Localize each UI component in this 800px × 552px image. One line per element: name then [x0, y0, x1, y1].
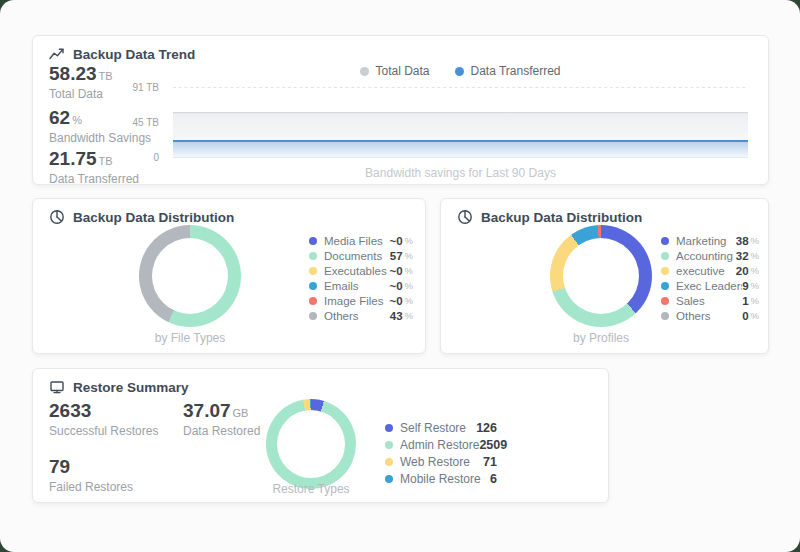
pie-chart-icon — [457, 209, 473, 225]
legend-item-others[interactable]: Others 0% — [661, 308, 759, 323]
stat-total-data: 58.23TB Total Data — [49, 64, 113, 101]
bandwidth-unit: % — [72, 114, 82, 126]
profiles-card-title: Backup Data Distribution — [481, 210, 642, 225]
donut-hole — [152, 238, 228, 314]
failed-restores-label: Failed Restores — [49, 480, 133, 494]
image-files-dot-icon — [309, 297, 317, 305]
trend-legend: Total Data Data Transferred — [173, 64, 748, 78]
total-data-value: 58.23 — [49, 63, 97, 84]
data-restored-value: 37.07 — [183, 400, 231, 421]
restore-summary-card: Restore Summary 2633 Successful Restores… — [32, 368, 609, 503]
profiles-card-header: Backup Data Distribution — [457, 209, 642, 225]
legend-item-image-files[interactable]: Image Files ~0% — [309, 293, 413, 308]
successful-restores-value: 2633 — [49, 400, 91, 421]
donut-hole — [563, 238, 639, 314]
media-files-dot-icon — [309, 237, 317, 245]
profiles-distribution-card: Backup Data Distribution by Profiles Mar… — [440, 198, 769, 354]
legend-item-marketing[interactable]: Marketing 38% — [661, 233, 759, 248]
filetypes-card-header: Backup Data Distribution — [49, 209, 234, 225]
executive-dot-icon — [661, 267, 669, 275]
transferred-unit: TB — [99, 155, 113, 167]
legend-total-data-label: Total Data — [375, 64, 429, 78]
total-data-unit: TB — [99, 70, 113, 82]
ytick-91tb: 91 TB — [133, 82, 160, 93]
emails-dot-icon — [309, 282, 317, 290]
bandwidth-value: 62 — [49, 107, 70, 128]
dashboard-page: Backup Data Trend 58.23TB Total Data 62%… — [0, 0, 800, 552]
sales-dot-icon — [661, 297, 669, 305]
trend-card-title: Backup Data Trend — [73, 47, 195, 62]
restore-card-header: Restore Summary — [49, 379, 189, 395]
failed-restores-value: 79 — [49, 456, 70, 477]
trend-chart-svg — [173, 87, 748, 158]
successful-restores-label: Successful Restores — [49, 424, 158, 438]
monitor-icon — [49, 379, 65, 395]
stat-data-restored: 37.07GB Data Restored — [183, 401, 260, 438]
others-dot-icon — [309, 312, 317, 320]
donut-hole — [277, 410, 345, 478]
legend-item-admin-restore[interactable]: Admin Restore 2509 — [385, 436, 497, 453]
executables-dot-icon — [309, 267, 317, 275]
backup-data-trend-card: Backup Data Trend 58.23TB Total Data 62%… — [32, 35, 769, 185]
bandwidth-area-chart[interactable]: Total Data Data Transferred — [173, 87, 748, 158]
file-types-caption: by File Types — [139, 331, 241, 345]
ytick-45tb: 45 TB — [133, 117, 160, 128]
data-transferred-dot-icon — [455, 67, 464, 76]
legend-item-mobile-restore[interactable]: Mobile Restore 6 — [385, 470, 497, 487]
accounting-dot-icon — [661, 252, 669, 260]
restore-types-caption: Restore Types — [256, 482, 366, 496]
stat-failed-restores: 79 Failed Restores — [49, 457, 133, 494]
exec-leadership-dot-icon — [661, 282, 669, 290]
profiles-legend: Marketing 38% Accounting 32% executive 2… — [661, 233, 759, 323]
transferred-label: Data Transferred — [49, 172, 139, 186]
restore-card-title: Restore Summary — [73, 380, 189, 395]
legend-item-accounting[interactable]: Accounting 32% — [661, 248, 759, 263]
trend-card-header: Backup Data Trend — [49, 46, 195, 62]
profiles-donut-chart[interactable] — [550, 225, 652, 327]
file-types-donut-chart[interactable] — [139, 225, 241, 327]
restore-types-donut-chart[interactable] — [266, 399, 356, 489]
file-types-legend: Media Files ~0% Documents 57% Executable… — [309, 233, 413, 323]
legend-item-others[interactable]: Others 43% — [309, 308, 413, 323]
file-types-distribution-card: Backup Data Distribution by File Types M… — [32, 198, 426, 354]
filetypes-card-title: Backup Data Distribution — [73, 210, 234, 225]
legend-item-executive[interactable]: executive 20% — [661, 263, 759, 278]
data-restored-label: Data Restored — [183, 424, 260, 438]
legend-data-transferred[interactable]: Data Transferred — [455, 64, 560, 78]
profiles-caption: by Profiles — [550, 331, 652, 345]
others-dot-icon — [661, 312, 669, 320]
legend-item-exec-leadership[interactable]: Exec Leadershi... 9% — [661, 278, 759, 293]
trend-y-axis: 91 TB 45 TB 0 — [113, 87, 165, 158]
transferred-value: 21.75 — [49, 148, 97, 169]
documents-dot-icon — [309, 252, 317, 260]
legend-item-web-restore[interactable]: Web Restore 71 — [385, 453, 497, 470]
legend-item-executables[interactable]: Executables ~0% — [309, 263, 413, 278]
legend-item-documents[interactable]: Documents 57% — [309, 248, 413, 263]
mobile-restore-dot-icon — [385, 475, 393, 483]
data-restored-unit: GB — [233, 407, 249, 419]
trend-caption: Bandwidth savings for Last 90 Days — [173, 166, 748, 180]
pie-chart-icon — [49, 209, 65, 225]
stat-successful-restores: 2633 Successful Restores — [49, 401, 158, 438]
admin-restore-dot-icon — [385, 441, 393, 449]
marketing-dot-icon — [661, 237, 669, 245]
restore-legend: Self Restore 126 Admin Restore 2509 Web … — [385, 419, 497, 487]
self-restore-dot-icon — [385, 424, 393, 432]
total-data-dot-icon — [360, 67, 369, 76]
ytick-0: 0 — [153, 152, 159, 163]
legend-item-sales[interactable]: Sales 1% — [661, 293, 759, 308]
total-data-label: Total Data — [49, 87, 113, 101]
legend-item-media-files[interactable]: Media Files ~0% — [309, 233, 413, 248]
trend-line-icon — [49, 46, 65, 62]
web-restore-dot-icon — [385, 458, 393, 466]
legend-data-transferred-label: Data Transferred — [470, 64, 560, 78]
legend-total-data[interactable]: Total Data — [360, 64, 429, 78]
legend-item-self-restore[interactable]: Self Restore 126 — [385, 419, 497, 436]
legend-item-emails[interactable]: Emails ~0% — [309, 278, 413, 293]
